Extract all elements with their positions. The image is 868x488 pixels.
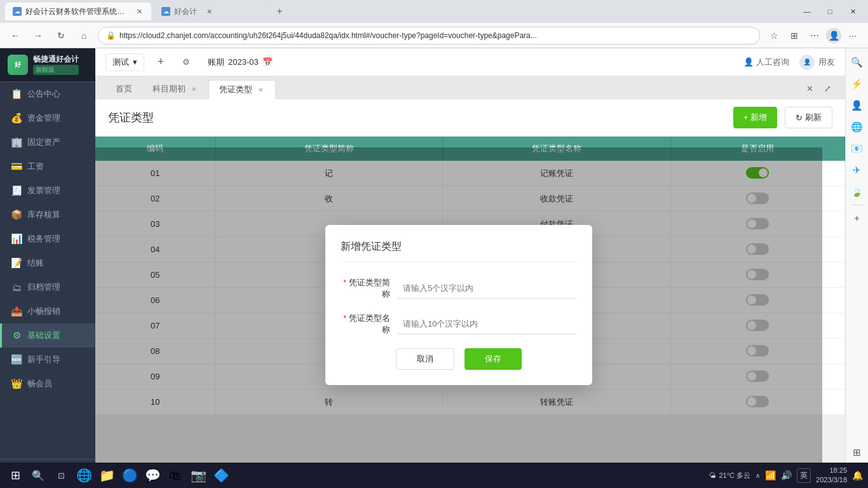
rs-send-btn[interactable]: ✈ (848, 161, 866, 179)
forward-button[interactable]: → (29, 27, 47, 44)
page-title: 凭证类型 (108, 110, 154, 125)
refresh-icon: ↻ (796, 113, 803, 123)
taskbar-taskview[interactable]: ⊡ (51, 465, 71, 485)
taskbar-file-icon[interactable]: 📁 (97, 465, 117, 485)
rs-grid-btn[interactable]: ⊞ (848, 444, 866, 461)
window-controls: — □ ✕ (797, 5, 863, 18)
tab-cloud[interactable]: ☁ 好会计云财务软件管理系统_会计 ✕ (5, 3, 151, 20)
taskbar-browser2-icon[interactable]: 🔷 (211, 465, 231, 485)
sidebar-item-settings[interactable]: ⚙ 基础设置 (0, 323, 95, 348)
taskbar-chevron[interactable]: ∧ (756, 472, 760, 479)
close-button[interactable]: ✕ (843, 5, 863, 18)
salary-label: 工资 (27, 161, 44, 172)
back-button[interactable]: ← (6, 27, 24, 44)
rs-leaf-btn[interactable]: 🍃 (848, 183, 866, 201)
maximize-button[interactable]: □ (820, 5, 840, 18)
rs-mail-btn[interactable]: 📧 (848, 140, 866, 158)
close-tab-subject[interactable]: ✕ (189, 85, 198, 93)
required-star-abbr: * (343, 278, 346, 287)
save-button[interactable]: 保存 (465, 348, 522, 370)
user-label: 用友 (818, 57, 835, 68)
rs-add-btn[interactable]: ＋ (848, 209, 866, 227)
new-button[interactable]: + 新增 (733, 107, 777, 128)
rs-search-btn[interactable]: 🔍 (848, 53, 866, 71)
profile-icon[interactable]: 👤 (826, 28, 841, 43)
archive-label: 归档管理 (27, 281, 60, 293)
taskbar-input-method[interactable]: 英 (797, 468, 811, 483)
name-input[interactable] (398, 314, 577, 334)
sidebar-item-invoice[interactable]: 🧾 发票管理 (0, 179, 95, 203)
tab-active[interactable]: ☁ 好会计 ✕ (154, 3, 268, 20)
sidebar-item-guide[interactable]: 🆕 新手引导 (0, 348, 95, 372)
taskbar-right: 🌤 21°C 多云 ∧ 📶 🔊 英 18:25 2023/3/18 🔔 (709, 466, 863, 485)
url-text: https://cloud2.chanjet.com/accounting/uh… (119, 31, 537, 40)
sidebar-item-settle[interactable]: 📝 结账 (0, 251, 95, 275)
logo-info: 畅捷通好会计 旗舰版 (33, 55, 79, 75)
tab-home[interactable]: 首页 (105, 79, 142, 98)
notification-icon[interactable]: 🔔 (852, 470, 863, 480)
reload-button[interactable]: ↻ (52, 27, 70, 44)
taskbar-weather: 🌤 21°C 多云 (709, 471, 750, 480)
workspace-label: 测试 (112, 57, 129, 68)
taskbar-wifi-icon: 📶 (765, 470, 776, 480)
new-tab-button[interactable]: + (271, 3, 288, 20)
settle-icon: 📝 (11, 257, 22, 269)
sidebar-item-expense[interactable]: 📤 小畅报销 (0, 299, 95, 323)
taskbar-edge-icon[interactable]: 🌐 (74, 465, 94, 485)
rs-lightning-btn[interactable]: ⚡ (848, 75, 866, 93)
right-sidebar: 🔍 ⚡ 👤 🌐 📧 ✈ 🍃 ＋ ⊞ ⚙ (845, 48, 868, 488)
app-header: 测试 ▾ + ⚙ 账期 2023-03 📅 👤 人工咨询 👤 (95, 48, 845, 76)
sidebar-item-funds[interactable]: 💰 资金管理 (0, 106, 95, 130)
logo-text: 畅捷通好会计 (33, 55, 79, 65)
taskbar-chrome-icon[interactable]: 🔵 (119, 465, 140, 485)
taskbar-photos-icon[interactable]: 📷 (188, 465, 208, 485)
tab-close-icon[interactable]: ✕ (802, 81, 817, 96)
more-icon[interactable]: ··· (844, 27, 862, 44)
guide-icon: 🆕 (11, 354, 22, 365)
period-calendar-icon[interactable]: 📅 (262, 57, 273, 67)
rs-globe-btn[interactable]: 🌐 (848, 118, 866, 136)
sidebar-item-inventory[interactable]: 📦 库存核算 (0, 203, 95, 227)
favorites-icon[interactable]: ☆ (765, 27, 783, 44)
close-tab-cloud[interactable]: ✕ (135, 7, 144, 16)
inventory-label: 库存核算 (27, 209, 60, 220)
close-tab-voucher[interactable]: ✕ (256, 85, 265, 94)
home-button[interactable]: ⌂ (75, 27, 93, 44)
sidebar-item-notices[interactable]: 📋 公告中心 (0, 82, 95, 106)
sidebar-item-salary[interactable]: 💳 工资 (0, 154, 95, 179)
tab-subject[interactable]: 科目期初 ✕ (142, 79, 208, 98)
add-workspace-button[interactable]: + (152, 53, 170, 71)
taskbar: ⊞ 🔍 ⊡ 🌐 📁 🔵 💬 🛍 📷 🔷 🌤 21°C 多云 ∧ 📶 🔊 英 18… (0, 463, 868, 488)
sidebar-item-member[interactable]: 👑 畅会员 (0, 372, 95, 396)
workspace-selector[interactable]: 测试 ▾ (105, 53, 144, 71)
expense-label: 小畅报销 (27, 306, 60, 317)
tab-expand-icon[interactable]: ⤢ (820, 81, 835, 96)
minimize-button[interactable]: — (797, 5, 817, 18)
workspace-settings-button[interactable]: ⚙ (177, 53, 195, 71)
settings-label: 基础设置 (27, 330, 60, 341)
start-button[interactable]: ⊞ (5, 465, 25, 485)
sidebar-logo: 好 畅捷通好会计 旗舰版 (0, 48, 95, 82)
period-label: 账期 (208, 57, 224, 68)
close-tab-active[interactable]: ✕ (205, 7, 214, 16)
sidebar-item-archive[interactable]: 🗂 归档管理 (0, 275, 95, 299)
assets-label: 固定资产 (27, 137, 60, 148)
rs-user-btn[interactable]: 👤 (848, 97, 866, 114)
settings-icon: ⚙ (11, 330, 22, 341)
archive-icon: 🗂 (11, 281, 22, 293)
browser-settings[interactable]: ⋯ (806, 27, 824, 44)
cancel-button[interactable]: 取消 (396, 348, 454, 370)
sidebar-item-assets[interactable]: 🏢 固定资产 (0, 130, 95, 154)
user-info[interactable]: 👤 用友 (799, 55, 835, 70)
consult-button[interactable]: 👤 人工咨询 (743, 57, 789, 68)
extensions-icon[interactable]: ⊞ (785, 27, 803, 44)
sidebar-item-tax[interactable]: 📊 税务管理 (0, 227, 95, 251)
address-input[interactable]: 🔒 https://cloud2.chanjet.com/accounting/… (98, 27, 760, 44)
taskbar-wechat-icon[interactable]: 💬 (142, 465, 163, 485)
tab-voucher-type[interactable]: 凭证类型 ✕ (208, 80, 276, 99)
refresh-button[interactable]: ↻ 刷新 (785, 107, 832, 128)
dialog-overlay: 新增凭证类型 * 凭证类型简称 * 凭证类型名称 (95, 147, 822, 463)
taskbar-store-icon[interactable]: 🛍 (165, 465, 186, 485)
abbr-input[interactable] (398, 278, 577, 299)
taskbar-search-button[interactable]: 🔍 (28, 465, 48, 485)
